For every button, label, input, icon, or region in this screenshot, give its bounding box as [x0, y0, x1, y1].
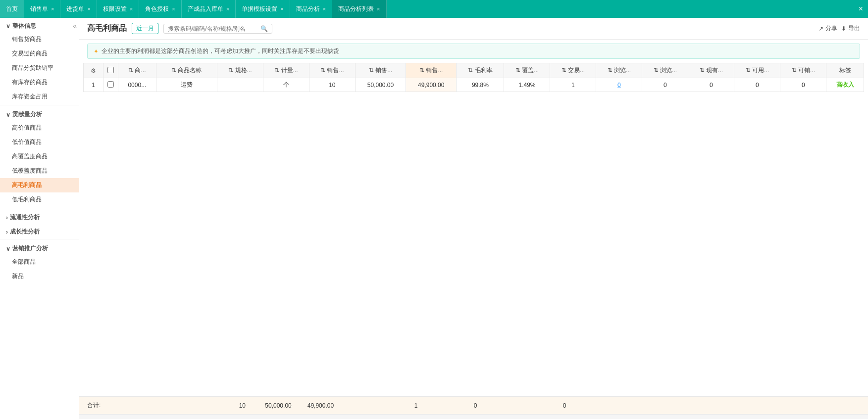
col-sellable[interactable]: ⇅ 可销...	[780, 63, 826, 78]
sidebar-item-low-value[interactable]: 低价值商品	[0, 135, 79, 149]
export-label: 导出	[848, 24, 860, 33]
bottom-scroll[interactable]	[79, 414, 868, 419]
cell-code: 0000...	[118, 78, 156, 92]
row-checkbox[interactable]	[107, 81, 114, 88]
nav-tab-home[interactable]: 首页	[0, 0, 24, 18]
top-nav: 首页 销售单 × 进货单 × 权限设置 × 角色授权 × 产成品入库单 × 单据…	[0, 0, 868, 18]
divider-3	[0, 239, 79, 239]
browse1-link[interactable]: 0	[617, 82, 621, 89]
close-analysis-list-icon[interactable]: ×	[377, 6, 380, 12]
sidebar-item-all-goods[interactable]: 全部商品	[0, 255, 79, 269]
close-instock-icon[interactable]: ×	[226, 6, 229, 12]
export-button[interactable]: ⬇ 导出	[841, 24, 860, 33]
col-gross-rate[interactable]: ⇅ 毛利率	[457, 63, 504, 78]
col-sales-cost[interactable]: ⇅ 销售...	[406, 63, 457, 78]
sidebar-item-new-goods[interactable]: 新品	[0, 269, 79, 283]
cell-sales-qty: 10	[309, 78, 355, 92]
sort-icon-trans: ⇅	[562, 67, 566, 74]
cell-spec	[217, 78, 263, 92]
sidebar-group-marketing[interactable]: ∨ 营销推广分析	[0, 240, 79, 255]
share-button[interactable]: ↗ 分享	[818, 24, 837, 33]
footer-total-label: 合计:	[87, 401, 108, 410]
nav-tab-instock[interactable]: 产成品入库单 ×	[182, 0, 236, 18]
settings-icon[interactable]: ⚙	[91, 67, 96, 74]
close-perms-icon[interactable]: ×	[130, 6, 133, 12]
sidebar-item-low-coverage[interactable]: 低覆盖度商品	[0, 164, 79, 178]
sidebar-item-assist-rate[interactable]: 商品分货助销率	[0, 61, 79, 75]
cell-sellable: 0	[780, 78, 826, 92]
nav-tab-analysis[interactable]: 商品分析 ×	[290, 0, 332, 18]
col-unit[interactable]: ⇅ 计量...	[263, 63, 309, 78]
col-checkbox	[103, 63, 118, 78]
col-name[interactable]: ⇅ 商品名称	[156, 63, 217, 78]
col-sales-qty[interactable]: ⇅ 销售...	[309, 63, 355, 78]
col-browse2[interactable]: ⇅ 浏览...	[642, 63, 688, 78]
nav-tab-analysis-list[interactable]: 商品分析列表 ×	[332, 0, 386, 18]
sidebar-collapse-button[interactable]: «	[73, 22, 77, 30]
sidebar-item-traded-goods[interactable]: 交易过的商品	[0, 47, 79, 61]
col-spec[interactable]: ⇅ 规格...	[217, 63, 263, 78]
nav-tab-purchase-label: 进货单	[66, 5, 84, 13]
chevron-right-icon-2: ›	[6, 229, 8, 235]
close-purchase-icon[interactable]: ×	[87, 6, 90, 12]
cell-transactions: 1	[550, 78, 596, 92]
col-current-stock[interactable]: ⇅ 现有...	[688, 63, 734, 78]
sidebar-group-overall-label: 整体信息	[12, 22, 36, 30]
footer-sales-qty: 10	[227, 402, 257, 409]
sidebar-group-overall[interactable]: ∨ 整体信息	[0, 18, 79, 32]
close-analysis-icon[interactable]: ×	[323, 6, 326, 12]
table-wrap: ⚙ ⇅ 商... ⇅ 商品名称 ⇅ 规格...	[79, 63, 868, 396]
nav-tab-roles-label: 角色授权	[145, 5, 169, 13]
sidebar-item-high-margin[interactable]: 高毛利商品	[0, 178, 79, 192]
nav-tab-purchase[interactable]: 进货单 ×	[60, 0, 97, 18]
share-icon: ↗	[818, 25, 823, 32]
cell-gross-rate: 99.8%	[457, 78, 504, 92]
nav-tab-roles[interactable]: 角色授权 ×	[139, 0, 181, 18]
sort-icon-browse2: ⇅	[654, 67, 659, 74]
content-header: 高毛利商品 近一月 🔍 ↗ 分享 ⬇ 导出	[79, 18, 868, 40]
sort-icon-sales-amt: ⇅	[369, 67, 374, 74]
time-filter-button[interactable]: 近一月	[132, 23, 158, 34]
nav-tab-sales[interactable]: 销售单 ×	[24, 0, 60, 18]
col-browse1[interactable]: ⇅ 浏览...	[596, 63, 642, 78]
sidebar-group-contribution-label: 贡献量分析	[12, 110, 42, 119]
col-available[interactable]: ⇅ 可用...	[734, 63, 780, 78]
col-sales-amt[interactable]: ⇅ 销售...	[355, 63, 406, 78]
sidebar-item-high-value[interactable]: 高价值商品	[0, 121, 79, 135]
col-transactions[interactable]: ⇅ 交易...	[550, 63, 596, 78]
sort-icon-browse1: ⇅	[608, 67, 613, 74]
close-all-button[interactable]: ×	[854, 0, 868, 18]
divider-2	[0, 208, 79, 208]
close-roles-icon[interactable]: ×	[172, 6, 175, 12]
cell-sales-amt: 50,000.00	[355, 78, 406, 92]
sidebar-item-sales-goods[interactable]: 销售货商品	[0, 32, 79, 47]
close-sales-icon[interactable]: ×	[51, 6, 54, 12]
sidebar-group-growth[interactable]: › 成长性分析	[0, 224, 79, 238]
sidebar-group-liquidity-label: 流通性分析	[10, 213, 40, 222]
col-tag: 标签	[826, 63, 864, 78]
cell-current-stock: 0	[688, 78, 734, 92]
sidebar-item-high-coverage[interactable]: 高覆盖度商品	[0, 149, 79, 164]
search-box: 🔍	[163, 24, 272, 34]
sidebar-item-low-margin[interactable]: 低毛利商品	[0, 192, 79, 207]
nav-tab-template[interactable]: 单据模板设置 ×	[236, 0, 290, 18]
select-all-checkbox[interactable]	[107, 67, 114, 73]
data-table: ⚙ ⇅ 商... ⇅ 商品名称 ⇅ 规格...	[83, 63, 864, 92]
col-coverage[interactable]: ⇅ 覆盖...	[504, 63, 550, 78]
sidebar-group-contribution[interactable]: ∨ 贡献量分析	[0, 106, 79, 121]
sort-icon-coverage: ⇅	[515, 67, 520, 74]
cell-available: 0	[734, 78, 780, 92]
sort-icon-avail: ⇅	[746, 67, 751, 74]
sort-icon-spec: ⇅	[228, 67, 233, 74]
info-icon: ✦	[94, 48, 99, 55]
nav-tab-perms[interactable]: 权限设置 ×	[97, 0, 139, 18]
col-code[interactable]: ⇅ 商...	[118, 63, 156, 78]
sidebar-item-stocked-goods[interactable]: 有库存的商品	[0, 75, 79, 90]
sort-icon-sell: ⇅	[792, 67, 797, 74]
search-icon[interactable]: 🔍	[260, 25, 268, 32]
search-input[interactable]	[168, 25, 260, 32]
sidebar-group-liquidity[interactable]: › 流通性分析	[0, 209, 79, 224]
sidebar-item-stock-capital[interactable]: 库存资金占用	[0, 90, 79, 104]
header-actions: ↗ 分享 ⬇ 导出	[818, 24, 860, 33]
close-template-icon[interactable]: ×	[280, 6, 283, 12]
